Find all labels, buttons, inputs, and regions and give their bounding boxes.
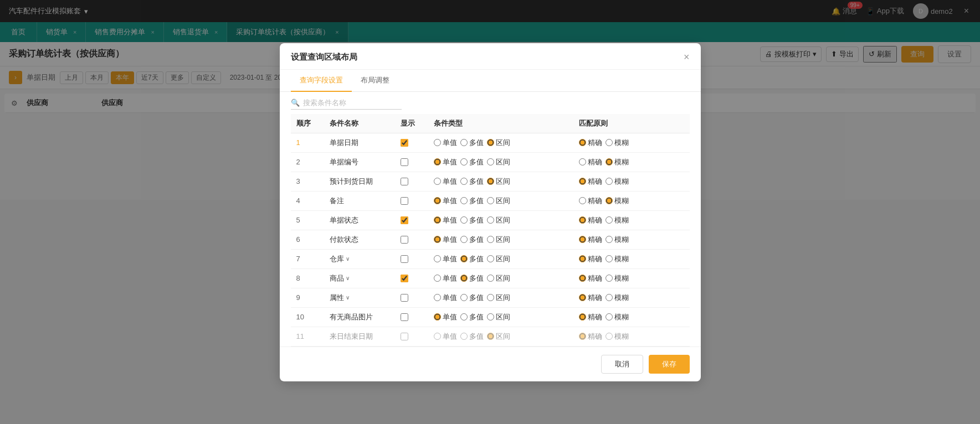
search-input[interactable] xyxy=(303,99,402,107)
search-input-wrap: 🔍 xyxy=(291,99,402,110)
radio-type-multi-2[interactable]: 多值 xyxy=(460,177,484,187)
modal-title: 设置查询区域布局 xyxy=(291,52,357,63)
row-condition-name: 备注 xyxy=(324,191,395,200)
row-match-cell: 精确模糊 xyxy=(573,191,690,200)
radio-type-range-0[interactable]: 区间 xyxy=(487,138,510,148)
col-display: 显示 xyxy=(395,114,428,133)
radio-type-range-3[interactable]: 区间 xyxy=(487,196,510,200)
row-match-cell: 精确模糊 xyxy=(573,133,690,152)
modal-close-button[interactable]: × xyxy=(684,52,690,62)
search-icon: 🔍 xyxy=(291,99,300,107)
modal-table-wrap: 顺序 条件名称 显示 条件类型 匹配原则 1单据日期单值多值区间精确模糊2单据编… xyxy=(280,114,701,200)
radio-type-multi-0[interactable]: 多值 xyxy=(460,138,484,148)
row-type-cell: 单值多值区间 xyxy=(428,172,573,191)
radio-type-multi-1[interactable]: 多值 xyxy=(460,157,484,167)
modal-table: 顺序 条件名称 显示 条件类型 匹配原则 1单据日期单值多值区间精确模糊2单据编… xyxy=(291,114,690,200)
row-order: 3 xyxy=(291,172,324,191)
row-display-checkbox-cell xyxy=(395,133,428,152)
row-match-cell: 精确模糊 xyxy=(573,152,690,172)
radio-type-single-2[interactable]: 单值 xyxy=(434,177,457,187)
radio-type-single-0[interactable]: 单值 xyxy=(434,138,457,148)
radio-match-fuzzy-3[interactable]: 模糊 xyxy=(606,196,629,200)
row-order: 4 xyxy=(291,191,324,200)
radio-match-exact-0[interactable]: 精确 xyxy=(579,138,602,148)
table-row: 1单据日期单值多值区间精确模糊 xyxy=(291,133,690,152)
modal-tab-query-fields-label: 查询字段设置 xyxy=(300,76,343,84)
radio-match-exact-3[interactable]: 精确 xyxy=(579,196,602,200)
radio-type-range-2[interactable]: 区间 xyxy=(487,177,510,187)
radio-type-multi-3[interactable]: 多值 xyxy=(460,196,484,200)
radio-match-exact-2[interactable]: 精确 xyxy=(579,177,602,187)
modal-header: 设置查询区域布局 × xyxy=(280,43,701,70)
row-display-checkbox-cell xyxy=(395,172,428,191)
row-display-checkbox-cell xyxy=(395,191,428,200)
row-type-cell: 单值多值区间 xyxy=(428,191,573,200)
radio-type-single-3[interactable]: 单值 xyxy=(434,196,457,200)
modal-overlay: 设置查询区域布局 × 查询字段设置 布局调整 🔍 顺序 xyxy=(0,0,980,200)
row-display-checkbox[interactable] xyxy=(401,178,408,185)
table-row: 3预计到货日期单值多值区间精确模糊 xyxy=(291,172,690,191)
row-num: 4 xyxy=(296,197,300,200)
row-order: 2 xyxy=(291,152,324,172)
row-display-checkbox[interactable] xyxy=(401,197,408,200)
row-type-cell: 单值多值区间 xyxy=(428,133,573,152)
row-order: 1 xyxy=(291,133,324,152)
row-display-checkbox[interactable] xyxy=(401,158,408,166)
col-order: 顺序 xyxy=(291,114,324,133)
radio-match-exact-1[interactable]: 精确 xyxy=(579,157,602,167)
table-row: 2单据编号单值多值区间精确模糊 xyxy=(291,152,690,172)
modal-tab-query-fields[interactable]: 查询字段设置 xyxy=(291,70,352,92)
row-num: 3 xyxy=(296,177,300,185)
radio-type-range-1[interactable]: 区间 xyxy=(487,157,510,167)
modal-search-area: 🔍 xyxy=(280,92,701,114)
row-display-checkbox[interactable] xyxy=(401,139,408,147)
modal-tab-layout[interactable]: 布局调整 xyxy=(352,70,398,92)
row-type-cell: 单值多值区间 xyxy=(428,152,573,172)
row-num: 2 xyxy=(296,158,300,166)
table-row: 4备注单值多值区间精确模糊 xyxy=(291,191,690,200)
radio-match-fuzzy-2[interactable]: 模糊 xyxy=(606,177,629,187)
radio-match-fuzzy-1[interactable]: 模糊 xyxy=(606,157,629,167)
row-num-highlighted: 1 xyxy=(296,138,300,147)
radio-type-single-1[interactable]: 单值 xyxy=(434,157,457,167)
row-display-checkbox-cell xyxy=(395,152,428,172)
modal-tabs: 查询字段设置 布局调整 xyxy=(280,70,701,92)
row-condition-name: 预计到货日期 xyxy=(324,172,395,191)
col-match: 匹配原则 xyxy=(573,114,690,133)
col-type: 条件类型 xyxy=(428,114,573,133)
row-match-cell: 精确模糊 xyxy=(573,172,690,191)
row-condition-name: 单据日期 xyxy=(324,133,395,152)
row-condition-name: 单据编号 xyxy=(324,152,395,172)
radio-match-fuzzy-0[interactable]: 模糊 xyxy=(606,138,629,148)
modal-tab-layout-label: 布局调整 xyxy=(361,76,389,84)
modal-dialog: 设置查询区域布局 × 查询字段设置 布局调整 🔍 顺序 xyxy=(280,43,701,200)
col-name: 条件名称 xyxy=(324,114,395,133)
